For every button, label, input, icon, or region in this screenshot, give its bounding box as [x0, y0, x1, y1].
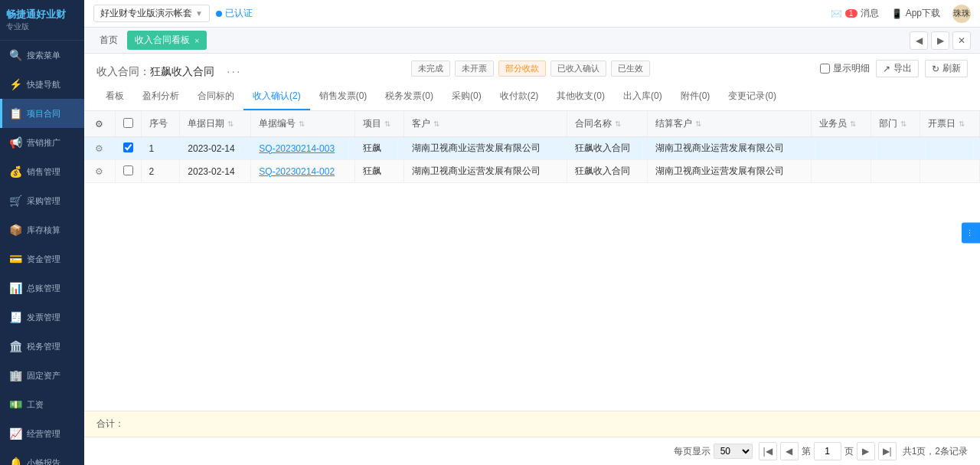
sidebar-logo: 畅捷通好业财 专业版 [0, 0, 84, 41]
refresh-btn[interactable]: ↻ 刷新 [925, 60, 968, 77]
sidebar-item-6[interactable]: 📦库存核算 [0, 215, 84, 244]
nav-label-11: 固定资产 [27, 370, 60, 381]
select-all-checkbox[interactable] [123, 118, 133, 128]
sidebar-item-11[interactable]: 🏢固定资产 [0, 361, 84, 390]
sidebar-item-3[interactable]: 📢营销推广 [0, 128, 84, 157]
total-records: 共1页，2条记录 [903, 445, 968, 458]
status-tag-4[interactable]: 已生效 [611, 61, 650, 77]
settings-cell: ⚙ [84, 137, 115, 160]
billno-col-header: 单据编号⇅ [251, 111, 354, 137]
invoice-sort-icon[interactable]: ⇅ [959, 120, 965, 128]
nav-icon-8: 📊 [8, 281, 22, 295]
billno-sort-icon[interactable]: ⇅ [299, 120, 305, 128]
contract-more-btn[interactable]: ··· [227, 65, 241, 79]
sidebar-item-10[interactable]: 🏛️税务管理 [0, 332, 84, 361]
sidebar-item-13[interactable]: 📈经营管理 [0, 419, 84, 448]
sidebar-item-14[interactable]: 🔔小畅报告 [0, 448, 84, 465]
customer-cell: 湖南卫视商业运营发展有限公司 [403, 137, 567, 160]
home-tab[interactable]: 首页 [93, 31, 124, 50]
sidebar-item-5[interactable]: 🛒采购管理 [0, 186, 84, 215]
nav-icon-5: 🛒 [8, 194, 22, 208]
table-header-row: ⚙ 序号 单据日期⇅ 单据编号⇅ 项目⇅ 客户⇅ 合同名称⇅ 结算客户⇅ 业务员… [84, 111, 980, 137]
tab-prev-btn[interactable]: ◀ [910, 31, 928, 50]
table-row[interactable]: ⚙ 1 2023-02-14 SQ-20230214-003 狂飙 湖南卫视商业… [84, 137, 980, 160]
row-checkbox-1[interactable] [123, 165, 133, 175]
billno-cell[interactable]: SQ-20230214-002 [251, 160, 354, 183]
billno-link-0[interactable]: SQ-20230214-003 [259, 143, 335, 154]
sub-tab-9[interactable]: 出入库(0) [614, 84, 671, 110]
sidebar-item-0[interactable]: 🔍搜索菜单 [0, 41, 84, 70]
settlement-col-header: 结算客户⇅ [648, 111, 811, 137]
sub-tab-1[interactable]: 盈利分析 [133, 84, 188, 110]
status-tag-2[interactable]: 部分收款 [498, 61, 546, 77]
sidebar-item-9[interactable]: 🧾发票管理 [0, 303, 84, 332]
invoice-date-cell [920, 137, 980, 160]
sub-tab-6[interactable]: 采购(0) [443, 84, 491, 110]
download-label: App下载 [906, 7, 940, 20]
tab-next-btn[interactable]: ▶ [931, 31, 949, 50]
billno-cell[interactable]: SQ-20230214-003 [251, 137, 354, 160]
download-btn[interactable]: 📱 App下载 [891, 7, 940, 20]
close-tab-btn[interactable]: × [194, 36, 199, 45]
prev-page-btn[interactable]: ◀ [780, 442, 799, 460]
page-size-select[interactable]: 2050100 [714, 444, 753, 459]
row-checkbox-0[interactable] [123, 142, 133, 152]
nav-label-13: 经营管理 [27, 428, 60, 440]
contract-header-row: 收入合同：狂飙收入合同 ··· 未完成未开票部分收款已收入确认已生效 显示明细 … [84, 54, 980, 84]
contract-name-section: 收入合同：狂飙收入合同 ··· [96, 65, 241, 79]
nav-label-7: 资金管理 [27, 254, 60, 265]
sub-tab-7[interactable]: 收付款(2) [491, 84, 548, 110]
sub-tab-8[interactable]: 其他收支(0) [547, 84, 614, 110]
status-tag-3[interactable]: 已收入确认 [550, 61, 606, 77]
date-sort-icon[interactable]: ⇅ [227, 120, 234, 128]
department-sort-icon[interactable]: ⇅ [900, 120, 906, 128]
contract-name-sort-icon[interactable]: ⇅ [615, 120, 621, 128]
right-action-btn[interactable]: … [962, 222, 980, 243]
sub-tab-11[interactable]: 变更记录(0) [719, 84, 786, 110]
salesperson-sort-icon[interactable]: ⇅ [850, 120, 856, 128]
table-row[interactable]: ⚙ 2 2023-02-14 SQ-20230214-002 狂飙 湖南卫视商业… [84, 160, 980, 183]
sidebar-item-1[interactable]: ⚡快捷导航 [0, 70, 84, 99]
sub-tab-10[interactable]: 附件(0) [671, 84, 720, 110]
sidebar-item-8[interactable]: 📊总账管理 [0, 273, 84, 303]
contract-title-value: 狂飙收入合同 [150, 65, 214, 77]
page-number-input[interactable] [814, 442, 841, 460]
status-tag-0[interactable]: 未完成 [411, 61, 450, 77]
company-selector[interactable]: 好业财专业版演示帐套 ▼ [93, 5, 210, 22]
export-icon: ↗ [883, 64, 890, 74]
nav-icon-13: 📈 [8, 427, 22, 440]
export-btn[interactable]: ↗ 导出 [876, 60, 919, 77]
settlement-sort-icon[interactable]: ⇅ [695, 120, 701, 128]
sidebar-item-12[interactable]: 💵工资 [0, 390, 84, 419]
sidebar-item-2[interactable]: 📋项目合同 [0, 99, 84, 128]
customer-sort-icon[interactable]: ⇅ [433, 120, 439, 128]
nav-icon-4: 💰 [8, 165, 22, 178]
sub-tab-2[interactable]: 合同标的 [188, 84, 243, 110]
last-page-btn[interactable]: ▶| [878, 442, 897, 460]
sub-tab-0[interactable]: 看板 [96, 84, 133, 110]
nav-label-6: 库存核算 [27, 224, 60, 236]
user-avatar-btn[interactable]: 珠珠 [952, 5, 971, 23]
active-tab-label: 收入合同看板 [135, 34, 190, 47]
first-page-btn[interactable]: |◀ [759, 442, 777, 460]
nav-icon-12: 💵 [8, 398, 22, 411]
sidebar-item-7[interactable]: 💳资金管理 [0, 244, 84, 273]
active-tab[interactable]: 收入合同看板 × [127, 31, 207, 50]
nav-icon-1: ⚡ [8, 77, 22, 91]
download-icon: 📱 [891, 8, 903, 19]
display-detail-checkbox[interactable] [820, 64, 830, 74]
project-sort-icon[interactable]: ⇅ [384, 120, 390, 128]
status-tag-1[interactable]: 未开票 [455, 61, 494, 77]
next-page-btn[interactable]: ▶ [857, 442, 875, 460]
nav-label-12: 工资 [27, 399, 44, 411]
sub-tab-4[interactable]: 销售发票(0) [310, 84, 377, 110]
table-scroll: ⚙ 序号 单据日期⇅ 单据编号⇅ 项目⇅ 客户⇅ 合同名称⇅ 结算客户⇅ 业务员… [84, 111, 980, 183]
message-btn[interactable]: ✉️ 1 消息 [831, 7, 879, 20]
tab-close-btn[interactable]: ✕ [952, 31, 971, 50]
billno-link-1[interactable]: SQ-20230214-002 [259, 166, 335, 177]
sub-tab-3[interactable]: 收入确认(2) [243, 84, 310, 110]
nav-label-14: 小畅报告 [27, 457, 60, 466]
sidebar-item-4[interactable]: 💰销售管理 [0, 157, 84, 186]
sub-tab-5[interactable]: 税务发票(0) [376, 84, 443, 110]
nav-icon-11: 🏢 [8, 368, 22, 382]
